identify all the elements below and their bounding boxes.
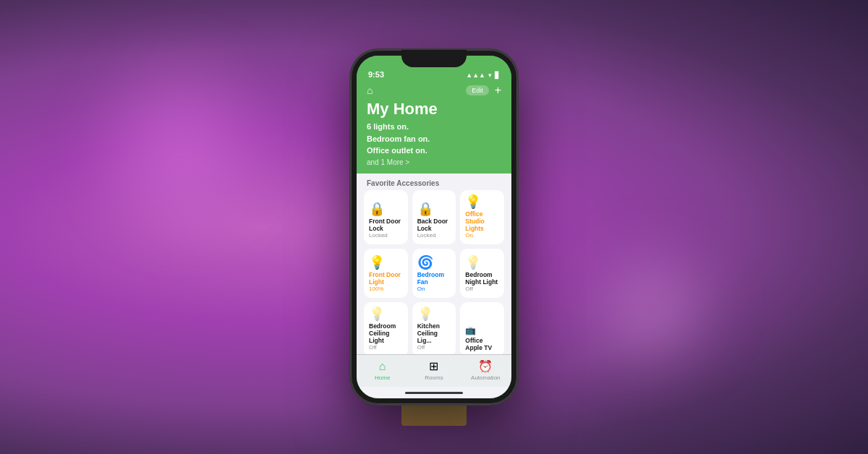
- status-line-2: Bedroom fan on.: [367, 133, 501, 145]
- tile-status-bedroom-ceiling-light: Off: [369, 344, 403, 351]
- tile-name-bedroom-night-light: Bedroom Night Light: [465, 271, 499, 286]
- tile-bedroom-fan[interactable]: 🌀 Bedroom Fan On: [412, 249, 456, 298]
- status-time: 9:53: [368, 70, 384, 79]
- accessories-grid: 🔒 Front Door Lock Locked 🔒 Back Door Loc…: [357, 190, 511, 354]
- tab-rooms[interactable]: ⊞ Rooms: [408, 359, 459, 381]
- tile-name-bedroom-fan: Bedroom Fan: [417, 271, 451, 286]
- tile-name-office-apple-tv: Office Apple TV: [465, 337, 499, 351]
- tile-status-bedroom-night-light: Off: [465, 286, 499, 293]
- home-status-lines: 6 lights on. Bedroom fan on. Office outl…: [367, 121, 501, 157]
- tile-name-office-studio-lights: Office Studio Lights: [465, 210, 499, 233]
- battery-icon: ▊: [495, 72, 500, 79]
- tile-icon-kitchen-ceiling-light: 💡: [417, 307, 451, 320]
- tab-rooms-icon: ⊞: [429, 359, 438, 373]
- tile-icon-bedroom-fan: 🌀: [417, 256, 451, 269]
- tile-name-bedroom-ceiling-light: Bedroom Ceiling Light: [369, 322, 403, 345]
- screen: 9:53 ▲▲▲ ▾ ▊ ⌂ Edit + My Home: [357, 56, 511, 398]
- phone-device: 9:53 ▲▲▲ ▾ ▊ ⌂ Edit + My Home: [351, 50, 517, 404]
- tile-icon-back-door-lock: 🔒: [417, 202, 451, 215]
- home-indicator: [357, 387, 511, 398]
- tab-home[interactable]: ⌂ Home: [357, 360, 408, 381]
- signal-icon: ▲▲▲: [466, 72, 485, 79]
- tile-bedroom-ceiling-light[interactable]: 💡 Bedroom Ceiling Light Off: [364, 302, 408, 354]
- tile-bedroom-night-light[interactable]: 💡 Bedroom Night Light Off: [460, 249, 504, 298]
- tile-icon-office-studio-lights: 💡: [465, 195, 499, 208]
- status-icons: ▲▲▲ ▾ ▊: [466, 72, 500, 79]
- favorites-section-title: Favorite Accessories: [357, 174, 511, 190]
- tile-name-back-door-lock: Back Door Lock: [417, 218, 451, 232]
- tile-icon-bedroom-night-light: 💡: [465, 256, 499, 269]
- status-line-1: 6 lights on.: [367, 121, 501, 133]
- tile-icon-office-apple-tv: 📺: [465, 326, 499, 335]
- tile-icon-front-door-lock: 🔒: [369, 202, 403, 215]
- tile-status-front-door-light: 100%: [369, 286, 403, 293]
- tab-automation-icon: ⏰: [478, 359, 493, 373]
- content-area: Favorite Accessories 🔒 Front Door Lock L…: [357, 174, 511, 354]
- tab-automation[interactable]: ⏰ Automation: [460, 359, 511, 381]
- tile-office-apple-tv[interactable]: 📺 Office Apple TV: [460, 302, 504, 354]
- tile-status-bedroom-fan: On: [417, 286, 451, 293]
- tab-home-label: Home: [375, 374, 390, 381]
- scene: 9:53 ▲▲▲ ▾ ▊ ⌂ Edit + My Home: [351, 50, 517, 404]
- tab-home-icon: ⌂: [379, 360, 386, 373]
- tile-status-back-door-lock: Locked: [417, 232, 451, 239]
- tile-front-door-light[interactable]: 💡 Front Door Light 100%: [364, 249, 408, 298]
- edit-button[interactable]: Edit: [466, 85, 489, 95]
- tab-automation-label: Automation: [471, 374, 500, 381]
- header-actions: Edit +: [466, 85, 501, 96]
- home-indicator-bar: [405, 392, 463, 394]
- tile-icon-front-door-light: 💡: [369, 256, 403, 269]
- add-button[interactable]: +: [495, 85, 501, 96]
- tab-bar: ⌂ Home ⊞ Rooms ⏰ Automation: [357, 354, 511, 387]
- wifi-icon: ▾: [488, 72, 492, 79]
- home-nav-icon[interactable]: ⌂: [367, 85, 373, 96]
- home-title: My Home: [367, 100, 501, 118]
- tile-icon-bedroom-ceiling-light: 💡: [369, 307, 403, 320]
- notch: [401, 50, 467, 67]
- header-nav: ⌂ Edit +: [367, 85, 501, 96]
- tile-name-front-door-light: Front Door Light: [369, 271, 403, 286]
- tile-back-door-lock[interactable]: 🔒 Back Door Lock Locked: [412, 190, 456, 244]
- status-line-3: Office outlet on.: [367, 145, 501, 157]
- tab-rooms-label: Rooms: [425, 374, 443, 381]
- tile-name-kitchen-ceiling-light: Kitchen Ceiling Lig...: [417, 322, 451, 345]
- tile-office-studio-lights[interactable]: 💡 Office Studio Lights On: [460, 190, 504, 244]
- tile-status-office-studio-lights: On: [465, 232, 499, 239]
- header-area: ⌂ Edit + My Home 6 lights on. Bedroom fa…: [357, 82, 511, 174]
- home-more-link[interactable]: and 1 More >: [367, 158, 501, 166]
- tile-front-door-lock[interactable]: 🔒 Front Door Lock Locked: [364, 190, 408, 244]
- tile-status-front-door-lock: Locked: [369, 232, 403, 239]
- tile-name-front-door-lock: Front Door Lock: [369, 218, 403, 232]
- tile-kitchen-ceiling-light[interactable]: 💡 Kitchen Ceiling Lig... Off: [412, 302, 456, 354]
- tile-status-kitchen-ceiling-light: Off: [417, 344, 451, 351]
